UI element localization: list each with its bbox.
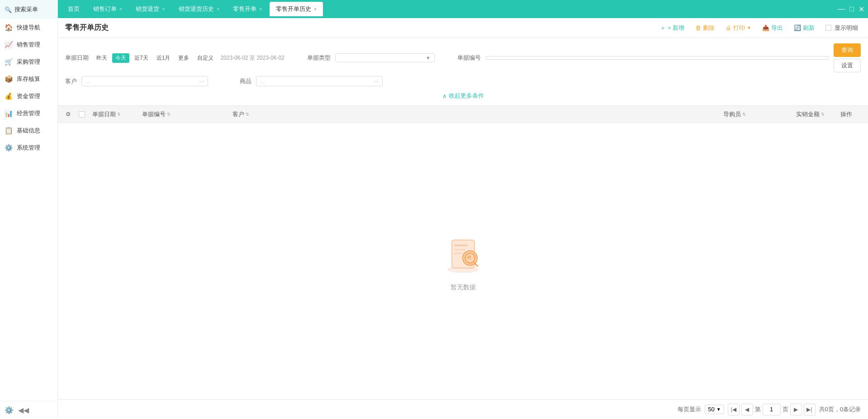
print-button[interactable]: 🖨 打印 ▼ [723, 22, 754, 34]
delete-label: 删除 [703, 24, 715, 32]
sidebar-item-label: 系统管理 [17, 144, 40, 152]
basic-info-icon: 📋 [5, 127, 13, 135]
sidebar-item-inventory[interactable]: 📦 库存核算 [0, 71, 57, 88]
th-amount-sort-icon: ⇅ [821, 112, 825, 117]
select-all-checkbox[interactable] [75, 111, 89, 118]
tabbar-right: — □ ✕ [838, 5, 864, 14]
yesterday-btn[interactable]: 昨天 [93, 53, 110, 63]
tab-sales-return-history[interactable]: 销货退货历史 × [172, 2, 226, 16]
filter-settings-button[interactable]: 设置 [834, 59, 861, 72]
sidebar-item-basic-info[interactable]: 📋 基础信息 [0, 122, 57, 139]
tab-retail-open[interactable]: 零售开单 × [227, 2, 268, 16]
window-maximize-icon[interactable]: □ [849, 5, 854, 13]
close-tab-retail-open-icon[interactable]: × [259, 6, 262, 12]
query-button[interactable]: 查询 [834, 43, 861, 57]
tab-sales-order[interactable]: 销售订单 × [87, 2, 128, 16]
th-action-label: 操作 [840, 110, 852, 118]
customer-more-icon[interactable]: ··· [199, 78, 204, 85]
empty-text: 暂无数据 [451, 283, 476, 292]
collapse-filter-btn[interactable]: ∧ 收起更多条件 [437, 90, 489, 102]
sidebar-item-purchase-mgmt[interactable]: 🛒 采购管理 [0, 53, 57, 71]
inventory-icon: 📦 [5, 75, 13, 83]
tab-retail-history[interactable]: 零售开单历史 × [270, 2, 323, 16]
last-month-btn[interactable]: 近1月 [153, 53, 174, 63]
tab-sales-return[interactable]: 销货退货 × [129, 2, 171, 16]
print-label: 打印 [733, 24, 745, 32]
sidebar-item-label: 快捷导航 [17, 24, 40, 32]
product-placeholder: ... [260, 78, 265, 85]
pagination-nav: |◀ ◀ 第 页 ▶ ▶| [728, 404, 816, 415]
close-tab-sales-order-icon[interactable]: × [119, 6, 122, 12]
per-page-label: 每页显示 [678, 405, 701, 414]
tab-home-label: 首页 [68, 5, 80, 13]
sidebar: 🔍 搜索采单 🏠 快捷导航 📈 销售管理 🛒 采购管理 📦 库存核算 💰 资金管… [0, 0, 58, 419]
th-customer[interactable]: 客户 ⇅ [229, 110, 720, 118]
more-btn[interactable]: 更多 [175, 53, 192, 63]
window-close-icon[interactable]: ✕ [859, 5, 864, 14]
sidebar-item-label: 采购管理 [17, 58, 40, 66]
last-page-btn[interactable]: ▶| [804, 404, 816, 415]
add-icon: ＋ [660, 24, 666, 32]
th-guide[interactable]: 导购员 ⇅ [720, 110, 774, 118]
next-page-btn[interactable]: ▶ [790, 404, 802, 415]
checkbox-box [79, 111, 85, 118]
column-settings-icon[interactable]: ⚙ [62, 111, 75, 118]
bill-type-select[interactable]: ▼ [335, 53, 435, 62]
toolbar: 零售开单历史 ＋ + 新增 🗑 删除 🖨 打印 ▼ 📤 导出 🔄 刷新 [58, 18, 868, 38]
sidebar-search-label: 搜索采单 [14, 5, 38, 14]
last7days-btn[interactable]: 近7天 [131, 53, 152, 63]
add-label: + 新增 [668, 24, 684, 32]
sidebar-item-finance[interactable]: 💰 资金管理 [0, 88, 57, 105]
window-minimize-icon[interactable]: — [838, 5, 845, 13]
export-button[interactable]: 📤 导出 [759, 22, 786, 34]
display-detail-label: 显示明细 [835, 24, 858, 32]
add-button[interactable]: ＋ + 新增 [657, 22, 687, 34]
product-input[interactable]: ... ··· [256, 76, 383, 86]
export-label: 导出 [771, 24, 783, 32]
custom-btn[interactable]: 自定义 [194, 53, 217, 63]
sidebar-item-quick-nav[interactable]: 🏠 快捷导航 [0, 19, 57, 36]
current-page-input[interactable] [763, 404, 781, 415]
content-area: ⚙ 单据日期 ⇅ 单据编号 ⇅ 客户 ⇅ 导购员 ⇅ 实销金额 ⇅ [58, 106, 868, 419]
sidebar-search[interactable]: 🔍 搜索采单 [0, 0, 57, 19]
collapse-sidebar-icon[interactable]: ◀◀ [18, 406, 29, 414]
display-detail-checkbox[interactable] [825, 25, 831, 31]
customer-input[interactable]: ... ··· [81, 76, 208, 86]
bill-no-input[interactable] [485, 56, 829, 60]
settings-gear-icon[interactable]: ⚙️ [5, 406, 14, 414]
display-detail-button[interactable]: 显示明细 [823, 22, 861, 34]
close-tab-sales-return-icon[interactable]: × [162, 6, 165, 12]
tabbar: 首页 销售订单 × 销货退货 × 销货退货历史 × 零售开单 × 零售开单历史 … [58, 0, 868, 18]
delete-button[interactable]: 🗑 删除 [693, 22, 717, 34]
first-page-btn[interactable]: |◀ [728, 404, 740, 415]
th-billno-sort-icon: ⇅ [167, 112, 171, 117]
refresh-button[interactable]: 🔄 刷新 [791, 22, 817, 34]
th-billno[interactable]: 单据编号 ⇅ [138, 110, 229, 118]
prev-page-btn[interactable]: ◀ [741, 404, 753, 415]
sidebar-item-sys-mgmt[interactable]: ⚙️ 系统管理 [0, 139, 57, 156]
th-guide-label: 导购员 [723, 110, 741, 118]
sidebar-item-operations[interactable]: 📊 经营管理 [0, 105, 57, 122]
product-more-icon[interactable]: ··· [374, 78, 379, 85]
customer-placeholder: ... [85, 78, 90, 85]
svg-point-8 [467, 255, 471, 259]
sidebar-item-sales-mgmt[interactable]: 📈 销售管理 [0, 36, 57, 53]
tab-sales-return-history-label: 销货退货历史 [179, 5, 214, 13]
today-btn[interactable]: 今天 [112, 53, 129, 63]
date-filter-label: 单据日期 [65, 54, 89, 62]
th-amount[interactable]: 实销金额 ⇅ [774, 110, 828, 118]
svg-rect-4 [454, 253, 463, 254]
per-page-select[interactable]: 50 ▼ [705, 405, 724, 414]
sidebar-bottom: ⚙️ ◀◀ [0, 401, 57, 419]
tab-home[interactable]: 首页 [62, 2, 86, 16]
th-date-sort-icon: ⇅ [117, 112, 121, 117]
close-tab-sales-return-history-icon[interactable]: × [217, 6, 219, 12]
th-billno-label: 单据编号 [142, 110, 166, 118]
filter-row-2: 客户 ... ··· 商品 ... ··· [65, 76, 861, 86]
sidebar-item-label: 资金管理 [17, 92, 40, 100]
th-customer-label: 客户 [232, 110, 244, 118]
th-guide-sort-icon: ⇅ [742, 112, 746, 117]
close-tab-retail-history-icon[interactable]: × [314, 6, 317, 12]
th-date[interactable]: 单据日期 ⇅ [89, 110, 138, 118]
search-icon: 🔍 [5, 6, 12, 13]
